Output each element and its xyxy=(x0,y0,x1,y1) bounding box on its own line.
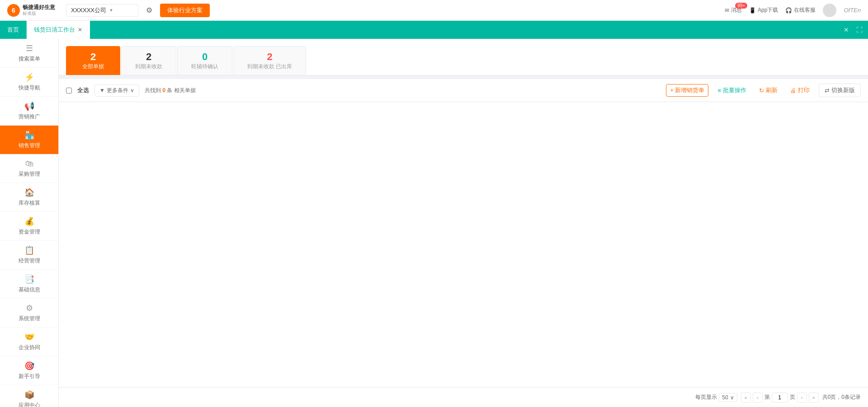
headset-icon: 🎧 xyxy=(785,7,792,14)
print-label: 打印 xyxy=(798,86,810,94)
print-button[interactable]: 🖨 打印 xyxy=(787,84,813,96)
sidebar-item-search[interactable]: ☰ 搜索菜单 xyxy=(0,39,58,68)
sidebar-item-enterprise[interactable]: 🤝 企业协同 xyxy=(0,327,58,356)
tab-fullscreen-icon[interactable]: ⛶ xyxy=(854,24,864,35)
refresh-button[interactable]: ↻ 刷新 xyxy=(755,84,781,96)
switch-version-button[interactable]: ⇄ 切换新版 xyxy=(819,84,861,97)
tab-close-all-icon[interactable]: ✕ xyxy=(842,24,851,35)
page-input[interactable] xyxy=(772,393,788,402)
prev-page-button[interactable]: ‹ xyxy=(753,393,763,402)
experience-button[interactable]: 体验行业方案 xyxy=(160,4,210,17)
logo-main-text: 畅捷通好生意 xyxy=(23,4,55,10)
stat-label-wangfu: 旺辅待确认 xyxy=(191,63,218,70)
page-size-value: 50 xyxy=(722,394,728,401)
page-size-arrow-icon: ∨ xyxy=(730,394,734,401)
user-avatar-area[interactable] xyxy=(823,4,836,17)
purchase-icon: 🛍 xyxy=(25,159,33,168)
company-name: XXXXXX公司 xyxy=(71,6,106,14)
page-size-label: 每页显示 xyxy=(695,393,717,401)
sidebar-item-inventory[interactable]: 🏠 库存核算 xyxy=(0,183,58,212)
work-tab-label: 钱货日清工作台 xyxy=(34,26,75,34)
first-page-button[interactable]: « xyxy=(741,393,751,402)
sidebar-item-sales[interactable]: 🏪 销售管理 xyxy=(0,126,58,154)
stat-num-all: 2 xyxy=(90,51,96,63)
refresh-icon: ↻ xyxy=(759,87,764,94)
filter-icon: ▼ xyxy=(99,87,105,94)
online-service-button[interactable]: 🎧 在线客服 xyxy=(785,6,816,14)
settings-icon[interactable]: ⚙ xyxy=(142,3,156,18)
inventory-icon: 🏠 xyxy=(24,187,34,197)
app-download-button[interactable]: 📱 App下载 xyxy=(749,6,778,14)
sidebar-label-app-center: 应用中心 xyxy=(19,402,40,407)
sidebar-label-system: 系统管理 xyxy=(19,315,40,323)
sidebar-item-marketing[interactable]: 📢 营销推广 xyxy=(0,97,58,126)
main-layout: ☰ 搜索菜单 ⚡ 快捷导航 📢 营销推广 🏪 销售管理 🛍 采购管理 🏠 库存核… xyxy=(0,39,868,407)
sidebar-label-enterprise: 企业协同 xyxy=(19,344,40,351)
sidebar: ☰ 搜索菜单 ⚡ 快捷导航 📢 营销推广 🏪 销售管理 🛍 采购管理 🏠 库存核… xyxy=(0,39,59,407)
found-count: 0 xyxy=(162,87,165,94)
page-size-select: 每页显示 50 ∨ xyxy=(695,393,737,402)
select-all-label: 全选 xyxy=(77,86,89,94)
found-text: 共找到 0 条 相关单据 xyxy=(145,87,196,94)
message-button[interactable]: ✉ 消息 99+ xyxy=(725,6,742,14)
sidebar-item-operation[interactable]: 📋 经营管理 xyxy=(0,241,58,270)
tab-bar: 首页 钱货日清工作台 ✕ ✕ ⛶ xyxy=(0,21,868,39)
stat-tab-shipped[interactable]: 2 到期未收款 已出库 xyxy=(233,46,306,75)
logo-area: 6 畅捷通好生意 标准版 xyxy=(7,4,66,17)
logo-sub-text: 标准版 xyxy=(23,11,55,16)
toolbar: 全选 ▼ 更多条件 ∨ 共找到 0 条 相关单据 + 新增销货单 ≡ 批量操作 xyxy=(59,79,868,102)
sidebar-item-guide[interactable]: 🎯 新手引导 xyxy=(0,356,58,385)
content-area: 2 全部单据 2 到期未收款 0 旺辅待确认 2 到期未收款 已出库 xyxy=(59,39,868,407)
stat-label-shipped: 到期未收款 已出库 xyxy=(247,63,292,70)
stat-num-overdue: 2 xyxy=(146,51,151,63)
stat-tab-overdue[interactable]: 2 到期未收款 xyxy=(121,46,176,75)
stat-num-wangfu: 0 xyxy=(202,51,208,63)
next-page-button[interactable]: › xyxy=(797,393,807,402)
sidebar-item-system[interactable]: ⚙ 系统管理 xyxy=(0,299,58,327)
total-text: 共0页，0条记录 xyxy=(822,393,861,401)
sidebar-label-sales: 销售管理 xyxy=(19,142,40,150)
stat-tab-all[interactable]: 2 全部单据 xyxy=(66,46,120,75)
new-sale-button[interactable]: + 新增销货单 xyxy=(666,84,708,97)
quick-nav-icon: ⚡ xyxy=(24,72,34,82)
app-download-label: App下载 xyxy=(758,6,778,14)
new-sale-label: + 新增销货单 xyxy=(670,86,704,94)
found-unit: 条 xyxy=(167,87,172,94)
sidebar-item-quick-nav[interactable]: ⚡ 快捷导航 xyxy=(0,68,58,97)
marketing-icon: 📢 xyxy=(24,101,34,111)
table-area xyxy=(59,102,868,387)
filter-label: 更多条件 xyxy=(107,87,128,94)
operation-icon: 📋 xyxy=(24,245,34,255)
last-page-button[interactable]: » xyxy=(809,393,819,402)
sidebar-item-app-center[interactable]: 📦 应用中心 xyxy=(0,385,58,407)
app-download-icon: 📱 xyxy=(749,7,756,14)
filter-button[interactable]: ▼ 更多条件 ∨ xyxy=(94,84,139,97)
header-right: ✉ 消息 99+ 📱 App下载 🎧 在线客服 OfTEn xyxy=(725,4,861,17)
stat-label-all: 全部单据 xyxy=(82,63,104,70)
select-all-checkbox[interactable] xyxy=(66,88,72,94)
switch-icon: ⇄ xyxy=(825,87,830,94)
tab-close-icon[interactable]: ✕ xyxy=(78,27,82,33)
company-selector[interactable]: XXXXXX公司 ▼ xyxy=(66,4,138,17)
sidebar-label-search: 搜索菜单 xyxy=(19,55,40,63)
search-menu-icon: ☰ xyxy=(26,43,33,53)
top-header: 6 畅捷通好生意 标准版 XXXXXX公司 ▼ ⚙ 体验行业方案 ✉ 消息 99… xyxy=(0,0,868,21)
home-tab-label: 首页 xyxy=(7,26,19,34)
sidebar-item-basic-info[interactable]: 📑 基础信息 xyxy=(0,270,58,299)
sidebar-item-finance[interactable]: 💰 资金管理 xyxy=(0,212,58,241)
print-icon: 🖨 xyxy=(790,87,796,94)
message-badge: 99+ xyxy=(735,3,747,9)
tab-qianhuowork[interactable]: 钱货日清工作台 ✕ xyxy=(27,21,90,39)
toolbar-right: + 新增销货单 ≡ 批量操作 ↻ 刷新 🖨 打印 ⇄ 切换新版 xyxy=(666,84,861,97)
page-nav: « ‹ 第 页 › » xyxy=(741,393,819,402)
sidebar-label-basic-info: 基础信息 xyxy=(19,286,40,294)
batch-label: 批量操作 xyxy=(723,86,746,94)
user-avatar xyxy=(823,4,836,17)
stat-tab-wangfu[interactable]: 0 旺辅待确认 xyxy=(177,46,232,75)
tab-home[interactable]: 首页 xyxy=(0,21,27,39)
batch-action-button[interactable]: ≡ 批量操作 xyxy=(714,84,750,96)
stats-tab-row: 2 全部单据 2 到期未收款 0 旺辅待确认 2 到期未收款 已出库 xyxy=(66,46,861,75)
stat-label-overdue: 到期未收款 xyxy=(135,63,162,70)
sidebar-item-purchase[interactable]: 🛍 采购管理 xyxy=(0,154,58,183)
page-size-dropdown[interactable]: 50 ∨ xyxy=(719,393,737,402)
